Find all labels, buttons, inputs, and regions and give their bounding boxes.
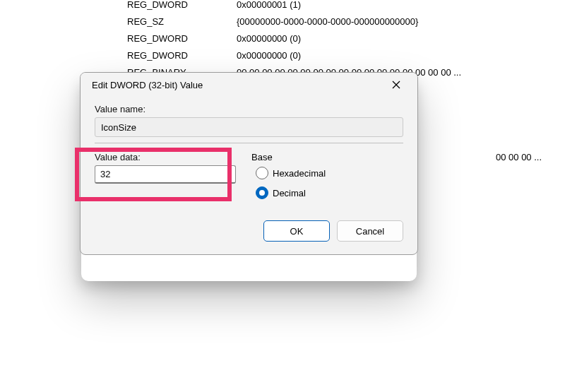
value-name-label: Value name:	[95, 104, 403, 114]
dialog-title: Edit DWORD (32-bit) Value	[92, 80, 381, 90]
radio-icon	[256, 167, 268, 179]
reg-data: 0x00000001 (1)	[237, 0, 301, 10]
radio-hexadecimal[interactable]: Hexadecimal	[256, 167, 403, 179]
divider	[95, 143, 403, 143]
reg-type: REG_DWORD	[127, 0, 234, 10]
table-row: REG_DWORD 0x00000000 (0)	[0, 30, 565, 47]
radio-hex-label: Hexadecimal	[273, 168, 326, 179]
cancel-button[interactable]: Cancel	[337, 220, 403, 242]
reg-type: REG_SZ	[127, 16, 234, 27]
value-data-label: Value data:	[95, 152, 236, 162]
value-name-field: IconSize	[95, 117, 403, 137]
value-name-text: IconSize	[101, 122, 136, 133]
value-data-input[interactable]	[95, 165, 236, 184]
radio-icon	[256, 186, 268, 199]
table-row: REG_DWORD 0x00000000 (0)	[0, 47, 565, 64]
reg-type: REG_DWORD	[127, 33, 234, 44]
dialog-body: Value name: IconSize Value data: Base He…	[81, 97, 417, 254]
close-icon	[392, 81, 400, 89]
reg-type: REG_DWORD	[127, 50, 234, 61]
reg-data: 0x00000000 (0)	[237, 50, 301, 61]
table-row: REG_SZ {00000000-0000-0000-0000-00000000…	[0, 13, 565, 30]
close-button[interactable]	[381, 74, 412, 95]
table-row: REG_DWORD 0x00000001 (1)	[0, 0, 565, 13]
dialog-titlebar[interactable]: Edit DWORD (32-bit) Value	[81, 73, 417, 97]
reg-data: 0x00000000 (0)	[237, 33, 301, 44]
radio-dec-label: Decimal	[273, 188, 306, 198]
ok-label: OK	[290, 226, 304, 237]
radio-decimal[interactable]: Decimal	[256, 186, 403, 199]
reg-data: 00 00 00 ...	[496, 152, 542, 162]
base-label: Base	[251, 152, 403, 162]
edit-dword-dialog: Edit DWORD (32-bit) Value Value name: Ic…	[80, 72, 418, 255]
cancel-label: Cancel	[356, 226, 384, 237]
ok-button[interactable]: OK	[263, 220, 330, 242]
reg-data: {00000000-0000-0000-0000-000000000000}	[237, 16, 418, 27]
